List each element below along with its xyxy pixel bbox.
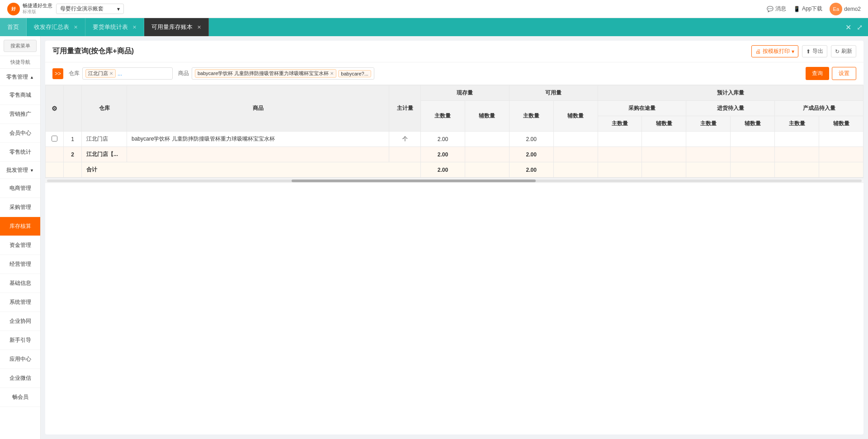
product-label: 商品 xyxy=(178,70,189,77)
sidebar-item-operations-mgmt-label: 经营管理 xyxy=(9,260,31,268)
sidebar-item-purchase-mgmt[interactable]: 采购管理 xyxy=(0,198,40,217)
close-all-tabs-btn[interactable]: ✕ xyxy=(844,23,853,32)
th-planned-inbound: 预计入库量 xyxy=(598,85,863,101)
maximize-btn[interactable]: ⤢ xyxy=(855,23,864,32)
th-inbound-aux-qty: 辅数量 xyxy=(731,116,775,132)
cell-product: babycare学饮杯 儿童防摔防撞吸管杯重力球吸嘴杯宝宝水杯 xyxy=(127,132,389,147)
footer-current-main-qty: 2.00 xyxy=(421,162,465,178)
tab-available-stock[interactable]: 可用量库存账本 ✕ xyxy=(144,18,209,36)
footer-product-main-qty xyxy=(775,162,819,178)
tab-home[interactable]: 首页 xyxy=(0,18,27,36)
footer-empty-2 xyxy=(64,162,82,178)
tab-order-stats[interactable]: 要货单统计表 ✕ xyxy=(85,18,144,36)
th-settings[interactable]: ⚙ xyxy=(46,85,64,132)
sidebar-item-ecommerce-mgmt[interactable]: 电商管理 xyxy=(0,179,40,198)
sidebar-item-basic-info[interactable]: 基础信息 xyxy=(0,274,40,293)
sidebar-item-new-guide[interactable]: 新手引导 xyxy=(0,331,40,350)
product-tag-2-text: babycare?... xyxy=(341,71,368,76)
footer-product-aux-qty xyxy=(819,162,863,178)
th-current-aux-qty: 辅数量 xyxy=(465,101,509,132)
sidebar-item-ecommerce-mgmt-label: 电商管理 xyxy=(9,184,31,192)
sidebar-item-operations-mgmt[interactable]: 经营管理 xyxy=(0,255,40,274)
footer-empty-1 xyxy=(46,162,64,178)
sidebar-item-finance-mgmt[interactable]: 资金管理 xyxy=(0,236,40,255)
warehouse-more[interactable]: ... xyxy=(118,71,122,77)
sidebar-item-enterprise-collab-label: 企业协同 xyxy=(9,317,31,325)
tab-order-stats-close[interactable]: ✕ xyxy=(132,24,137,30)
product-tag-1-close[interactable]: ✕ xyxy=(330,71,334,76)
footer-label: 合计 xyxy=(82,162,421,178)
mobile-icon: 📱 xyxy=(793,6,800,12)
chevron-down-icon2: ▼ xyxy=(30,168,34,173)
cell-current-main-qty-2: 2.00 xyxy=(421,147,465,162)
th-current-main-qty: 主数量 xyxy=(421,101,465,132)
page-header: 可用量查询(按仓库+商品) 🖨 按模板打印 ▾ ⬆ 导出 ↻ 刷新 xyxy=(45,41,863,62)
print-template-btn[interactable]: 🖨 按模板打印 ▾ xyxy=(751,45,798,57)
warehouse-tag: 江北门店 ✕ xyxy=(85,69,116,78)
sidebar-item-member[interactable]: 畅会员 xyxy=(0,388,40,407)
sidebar-item-enterprise-wechat-label: 企业微信 xyxy=(9,374,31,382)
sidebar-item-retail-mgmt[interactable]: 零售管理 ▲ xyxy=(0,69,40,86)
sidebar-item-retail-stats[interactable]: 零售统计 xyxy=(0,143,40,162)
footer-inbound-aux-qty xyxy=(731,162,775,178)
username: demo2 xyxy=(844,6,861,12)
setting-btn[interactable]: 设置 xyxy=(832,67,856,80)
message-btn[interactable]: 💬 消息 xyxy=(767,5,786,13)
sidebar-item-retail-stats-label: 零售统计 xyxy=(9,148,31,156)
nav-tabs: 首页 收发存汇总表 ✕ 要货单统计表 ✕ 可用量库存账本 ✕ ✕ ⤢ xyxy=(0,18,868,36)
footer-available-main-qty: 2.00 xyxy=(509,162,553,178)
th-current-stock: 现存量 xyxy=(421,85,509,101)
footer-current-aux-qty xyxy=(465,162,509,178)
product-tag-1-text: babycare学饮杯 儿童防摔防撞吸管杯重力球吸嘴杯宝宝水杯 xyxy=(198,70,329,77)
tab-receipts-close[interactable]: ✕ xyxy=(74,24,78,30)
export-btn[interactable]: ⬆ 导出 xyxy=(802,45,827,57)
filter-expand-btn[interactable]: >> xyxy=(52,68,63,79)
cell-available-main-qty: 2.00 xyxy=(509,132,553,147)
quick-nav-btn[interactable]: 快捷导航 xyxy=(0,56,40,69)
logo-text-block: 畅捷通好生意 标准版 xyxy=(23,3,52,15)
sidebar-item-inventory-check[interactable]: 库存核算 xyxy=(0,217,40,236)
industry-selector[interactable]: 母婴行业演示账套 ▾ xyxy=(56,4,124,14)
tab-receipts[interactable]: 收发存汇总表 ✕ xyxy=(27,18,85,36)
warehouse-tag-close[interactable]: ✕ xyxy=(109,71,113,76)
cell-product-aux-qty xyxy=(819,132,863,147)
sidebar-item-member-center-label: 会员中心 xyxy=(9,129,31,137)
sidebar-item-purchase-mgmt-label: 采购管理 xyxy=(9,203,31,211)
refresh-btn[interactable]: ↻ 刷新 xyxy=(831,45,856,57)
chevron-icon: ▲ xyxy=(30,75,34,80)
user-profile[interactable]: Ea demo2 xyxy=(830,3,861,15)
query-btn[interactable]: 查询 xyxy=(806,67,829,80)
row-checkbox[interactable] xyxy=(52,136,57,142)
printer-icon: 🖨 xyxy=(755,48,761,55)
th-warehouse: 仓库 xyxy=(82,85,127,132)
cell-checkbox[interactable] xyxy=(46,132,64,147)
cell-purchase-aux-qty-2 xyxy=(642,147,686,162)
sidebar-item-marketing[interactable]: 营销推广 xyxy=(0,105,40,124)
sidebar-item-system-mgmt[interactable]: 系统管理 xyxy=(0,293,40,312)
th-main-unit: 主计量 xyxy=(389,85,421,132)
tab-order-stats-label: 要货单统计表 xyxy=(93,23,128,31)
warehouse-label: 仓库 xyxy=(69,70,80,77)
app-download-label: App下载 xyxy=(802,5,822,13)
sidebar-item-wholesale-mgmt[interactable]: 批发管理 ▼ xyxy=(0,162,40,179)
product-input[interactable]: babycare学饮杯 儿童防摔防撞吸管杯重力球吸嘴杯宝宝水杯 ✕ babyca… xyxy=(192,67,374,80)
sidebar-item-retail-mall[interactable]: 零售商城 xyxy=(0,86,40,105)
table-row: 1 江北门店 babycare学饮杯 儿童防摔防撞吸管杯重力球吸嘴杯宝宝水杯 个… xyxy=(46,132,863,147)
horizontal-scrollbar[interactable] xyxy=(45,178,863,183)
tab-available-stock-close[interactable]: ✕ xyxy=(197,24,201,30)
warehouse-input[interactable]: 江北门店 ✕ ... xyxy=(82,67,173,80)
sidebar-item-inventory-check-label: 库存核算 xyxy=(9,222,31,230)
cell-current-aux-qty-2 xyxy=(465,147,509,162)
cell-product-main-qty xyxy=(775,132,819,147)
print-template-label: 按模板打印 xyxy=(763,47,790,55)
sidebar-item-member-center[interactable]: 会员中心 xyxy=(0,124,40,143)
chevron-down-print: ▾ xyxy=(792,48,794,55)
app-download-btn[interactable]: 📱 App下载 xyxy=(793,5,822,13)
sidebar-item-enterprise-collab[interactable]: 企业协同 xyxy=(0,312,40,331)
warehouse-tag-text: 江北门店 xyxy=(88,70,108,77)
th-available-aux-qty: 辅数量 xyxy=(553,101,598,132)
sidebar-item-enterprise-wechat[interactable]: 企业微信 xyxy=(0,369,40,388)
sidebar-item-app-center[interactable]: 应用中心 xyxy=(0,350,40,369)
content-area: 可用量查询(按仓库+商品) 🖨 按模板打印 ▾ ⬆ 导出 ↻ 刷新 xyxy=(41,36,868,439)
search-menu-btn[interactable]: 搜索菜单 xyxy=(4,40,37,52)
